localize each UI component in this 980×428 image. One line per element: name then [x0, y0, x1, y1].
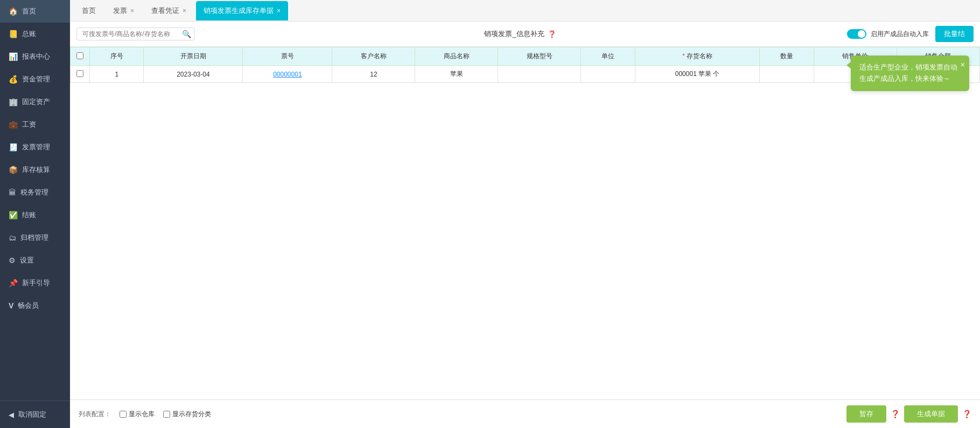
sidebar-item-label: 结账 — [22, 210, 36, 220]
sidebar-item-vip[interactable]: V 畅会员 — [0, 294, 70, 317]
row-stock-name[interactable]: 000001 苹果 个 — [635, 66, 760, 83]
tab-home-label: 首页 — [82, 6, 96, 16]
sidebar-item-ledger[interactable]: 📒 总账 — [0, 23, 70, 45]
sidebar-item-settings[interactable]: ⚙ 设置 — [0, 249, 70, 272]
tab-invoice-close[interactable]: × — [130, 7, 134, 15]
row-checkbox[interactable] — [76, 70, 83, 77]
ledger-icon: 📒 — [9, 30, 18, 38]
salary-icon: 💼 — [9, 120, 18, 129]
main-content: 首页 发票 × 查看凭证 × 销项发票生成库存单据 × 🔍 销项发票_信息补充 … — [70, 0, 980, 428]
pin-icon: ◀ — [9, 411, 14, 419]
header-seq: 序号 — [90, 47, 144, 66]
header-customer: 客户名称 — [332, 47, 415, 66]
row-num-link[interactable]: 00000001 — [273, 71, 302, 78]
cancel-pin-button[interactable]: ◀ 取消固定 — [0, 405, 70, 424]
sidebar-item-label: 新手引导 — [22, 278, 50, 288]
sidebar-item-archive[interactable]: 🗂 归档管理 — [0, 226, 70, 249]
sidebar-item-inventory[interactable]: 📦 库存核算 — [0, 158, 70, 181]
header-date: 开票日期 — [144, 47, 243, 66]
row-num: 00000001 — [243, 66, 332, 83]
assets-icon: 🏢 — [9, 98, 18, 106]
header-checkbox-cell — [71, 47, 90, 66]
row-seq: 1 — [90, 66, 144, 83]
sidebar-item-invoice[interactable]: 🧾 发票管理 — [0, 136, 70, 158]
sidebar-item-home[interactable]: 🏠 首页 — [0, 0, 70, 23]
report-icon: 📊 — [9, 52, 18, 61]
tab-sales-label: 销项发票生成库存单据 — [204, 6, 274, 16]
info-label: 销项发票_信息补充 — [484, 29, 544, 39]
cancel-pin-label: 取消固定 — [18, 410, 46, 419]
tab-invoice-label: 发票 — [113, 6, 127, 16]
vip-icon: V — [9, 301, 13, 310]
settle-icon: ✅ — [9, 211, 18, 219]
sidebar-item-salary[interactable]: 💼 工资 — [0, 113, 70, 136]
tooltip-close-button[interactable]: × — [961, 59, 965, 71]
newbie-icon: 📌 — [9, 279, 18, 287]
row-checkbox-cell — [71, 66, 90, 83]
sidebar-item-label: 工资 — [22, 120, 36, 129]
tax-icon: 🏛 — [9, 188, 16, 197]
sidebar-item-label: 总账 — [22, 29, 36, 39]
tab-voucher[interactable]: 查看凭证 × — [144, 1, 194, 20]
capital-icon: 💰 — [9, 75, 18, 84]
toolbar: 🔍 销项发票_信息补充 ❓ 启用产成品自动入库 批量结 — [70, 22, 980, 47]
sidebar-item-label: 税务管理 — [20, 188, 48, 197]
sidebar-item-label: 资金管理 — [22, 74, 50, 84]
search-icon: 🔍 — [182, 30, 191, 38]
save-help-icon[interactable]: ❓ — [891, 410, 900, 418]
search-input[interactable] — [76, 27, 195, 40]
info-help-icon[interactable]: ❓ — [548, 30, 556, 38]
sidebar: 🏠 首页 📒 总账 📊 报表中心 💰 资金管理 🏢 固定资产 💼 工资 🧾 发票… — [0, 0, 70, 428]
header-goods: 商品名称 — [415, 47, 498, 66]
auto-inbound-toggle[interactable] — [847, 29, 866, 39]
sidebar-item-tax[interactable]: 🏛 税务管理 — [0, 181, 70, 204]
footer: 列表配置： 显示仓库 显示存货分类 暂存 ❓ 生成单据 ❓ — [70, 399, 980, 428]
footer-checkbox-group: 显示仓库 显示存货分类 — [120, 410, 211, 419]
sidebar-item-settle[interactable]: ✅ 结账 — [0, 204, 70, 226]
sidebar-item-assets[interactable]: 🏢 固定资产 — [0, 91, 70, 113]
sidebar-item-newbie[interactable]: 📌 新手引导 — [0, 272, 70, 294]
show-category-label: 显示存货分类 — [172, 410, 211, 419]
sidebar-item-label: 首页 — [22, 6, 36, 16]
show-category-checkbox-label[interactable]: 显示存货分类 — [163, 410, 211, 419]
table-row: 1 2023-03-04 00000001 12 苹果 000001 苹果 个 … — [71, 66, 980, 83]
tab-home[interactable]: 首页 — [74, 1, 103, 20]
header-spec: 规格型号 — [498, 47, 581, 66]
sidebar-item-label: 库存核算 — [22, 165, 50, 175]
header-quantity: 数量 — [760, 47, 814, 66]
show-warehouse-checkbox[interactable] — [120, 411, 127, 418]
settings-icon: ⚙ — [9, 256, 16, 265]
show-category-checkbox[interactable] — [163, 411, 170, 418]
sidebar-item-label: 归档管理 — [20, 233, 48, 243]
show-warehouse-label: 显示仓库 — [129, 410, 155, 419]
tab-invoice[interactable]: 发票 × — [106, 1, 142, 20]
sidebar-item-capital[interactable]: 💰 资金管理 — [0, 68, 70, 91]
tab-voucher-label: 查看凭证 — [151, 6, 179, 16]
tab-sales[interactable]: 销项发票生成库存单据 × — [196, 1, 288, 20]
footer-actions: 暂存 ❓ 生成单据 ❓ — [846, 405, 971, 423]
header-unit: 单位 — [581, 47, 635, 66]
table-container: 序号 开票日期 票号 客户名称 商品名称 规格型号 单位 * 存货名称 数量 销… — [70, 47, 980, 399]
save-button[interactable]: 暂存 — [846, 405, 886, 423]
sidebar-item-report[interactable]: 📊 报表中心 — [0, 45, 70, 68]
sidebar-item-label: 设置 — [20, 256, 34, 265]
row-quantity — [760, 66, 814, 83]
gen-help-icon[interactable]: ❓ — [962, 410, 971, 418]
tab-voucher-close[interactable]: × — [183, 7, 186, 15]
select-all-checkbox[interactable] — [76, 52, 83, 59]
data-table: 序号 开票日期 票号 客户名称 商品名称 规格型号 单位 * 存货名称 数量 销… — [70, 47, 980, 83]
generate-button[interactable]: 生成单据 — [904, 405, 958, 423]
row-goods: 苹果 — [415, 66, 498, 83]
show-warehouse-checkbox-label[interactable]: 显示仓库 — [120, 410, 155, 419]
tab-sales-close[interactable]: × — [277, 7, 281, 15]
sidebar-item-label: 发票管理 — [22, 142, 50, 152]
sidebar-item-label: 固定资产 — [22, 97, 50, 107]
row-unit — [581, 66, 635, 83]
row-customer: 12 — [332, 66, 415, 83]
batch-button[interactable]: 批量结 — [935, 26, 974, 42]
toolbar-info: 销项发票_信息补充 ❓ — [200, 29, 841, 39]
toggle-area: 启用产成品自动入库 — [847, 29, 929, 39]
inventory-icon: 📦 — [9, 165, 18, 174]
sidebar-item-label: 报表中心 — [22, 52, 50, 61]
toggle-label: 启用产成品自动入库 — [871, 30, 929, 39]
